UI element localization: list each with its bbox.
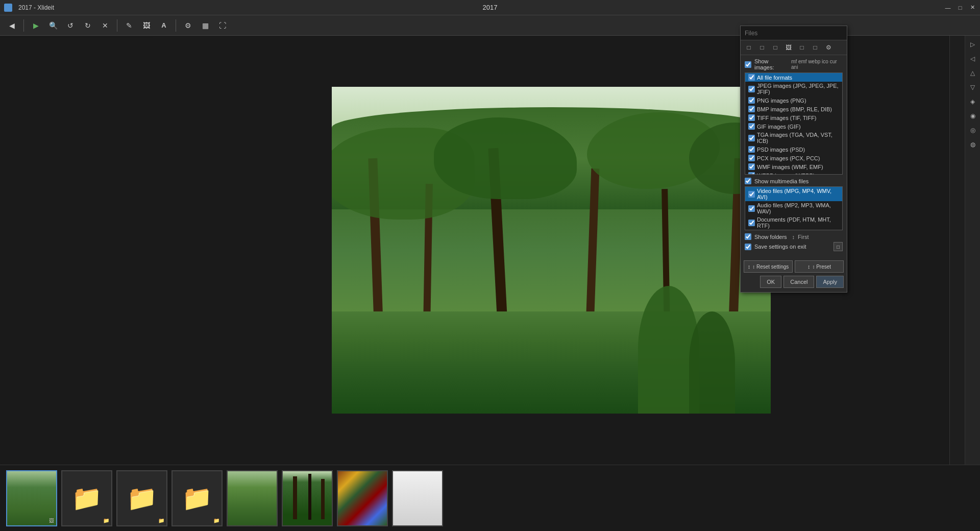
edit-button[interactable]: ✎ xyxy=(121,18,137,33)
nav-prev-button[interactable]: ◀ xyxy=(4,18,19,33)
show-folders-checkbox[interactable] xyxy=(745,233,751,240)
format-psd[interactable]: PSD images (PSD) xyxy=(745,145,842,154)
toolbar-separator-2 xyxy=(117,19,117,32)
files-tb-square5[interactable]: □ xyxy=(809,42,821,53)
show-multimedia-checkbox[interactable] xyxy=(745,178,751,184)
thumb-forest-2[interactable] xyxy=(227,470,278,526)
show-multimedia-row: Show multimedia files xyxy=(745,178,843,184)
save-settings-label: Save settings on exit xyxy=(754,244,806,250)
cancel-button[interactable]: Cancel xyxy=(783,276,814,288)
apply-button[interactable]: Apply xyxy=(816,276,844,288)
format-tga[interactable]: TGA images (TGA, VDA, VST, ICB) xyxy=(745,131,842,145)
side-btn-1[interactable]: ▷ xyxy=(966,38,979,51)
format-png[interactable]: PNG images (PNG) xyxy=(745,96,842,105)
search-button[interactable]: 🔍 xyxy=(45,18,61,33)
side-btn-4[interactable]: ▽ xyxy=(966,81,979,94)
reset-settings-button[interactable]: ↕ ↕ Reset settings xyxy=(744,260,793,273)
thumb-folder-1[interactable]: 📁 📁 xyxy=(61,470,112,526)
settings-button[interactable]: ⚙ xyxy=(180,18,195,33)
format-tiff[interactable]: TIFF images (TIF, TIFF) xyxy=(745,113,842,122)
format-all[interactable]: All file formats xyxy=(745,73,842,82)
rotate-left-button[interactable]: ↺ xyxy=(63,18,78,33)
format-gif-checkbox[interactable] xyxy=(748,123,755,130)
close-button[interactable]: ✕ xyxy=(967,2,978,13)
format-psd-checkbox[interactable] xyxy=(748,146,755,153)
format-webp[interactable]: WEBP images (WEBP) xyxy=(745,171,842,175)
side-btn-3[interactable]: △ xyxy=(966,66,979,80)
ok-button[interactable]: OK xyxy=(760,276,781,288)
multimedia-video[interactable]: Video files (MPG, MP4, WMV, AVI) xyxy=(745,187,842,201)
folder-badge-2: 📁 xyxy=(158,518,164,523)
show-folders-row: Show folders ↕ First xyxy=(745,233,843,240)
format-bmp[interactable]: BMP images (BMP, RLE, DIB) xyxy=(745,105,842,113)
multimedia-video-checkbox[interactable] xyxy=(748,191,755,198)
files-tb-square4[interactable]: □ xyxy=(796,42,808,53)
multimedia-docs[interactable]: Documents (PDF, HTM, MHT, RTF) xyxy=(745,215,842,230)
format-bmp-checkbox[interactable] xyxy=(748,106,755,112)
format-jpeg-checkbox[interactable] xyxy=(748,86,755,92)
format-webp-checkbox[interactable] xyxy=(748,172,755,175)
colorful-thumb-image xyxy=(338,471,387,525)
files-tb-square1[interactable]: □ xyxy=(743,42,755,53)
files-toolbar: □ □ □ 🖼 □ □ ⚙ xyxy=(741,40,847,55)
format-tiff-checkbox[interactable] xyxy=(748,114,755,121)
folder-icon-3: 📁 xyxy=(182,486,212,511)
multimedia-audio[interactable]: Audio files (MP2, MP3, WMA, WAV) xyxy=(745,201,842,215)
thumb-folder-3[interactable]: 📁 📁 xyxy=(172,470,223,526)
files-tb-square3[interactable]: □ xyxy=(769,42,781,53)
show-images-formats: mf emf webp ico cur ani xyxy=(791,59,843,70)
format-wmf-checkbox[interactable] xyxy=(748,163,755,170)
save-settings-checkbox[interactable] xyxy=(745,244,751,250)
thumb-folder-2[interactable]: 📁 📁 xyxy=(116,470,167,526)
thumb-colorful[interactable] xyxy=(337,470,388,526)
thumb-trees[interactable] xyxy=(282,470,333,526)
show-multimedia-label: Show multimedia files xyxy=(754,178,808,184)
panels-button[interactable]: ▦ xyxy=(198,18,213,33)
thumb-white[interactable] xyxy=(392,470,443,526)
maximize-button[interactable]: □ xyxy=(954,2,966,13)
preset-button[interactable]: ↕ ↕ Preset xyxy=(795,260,844,273)
thumb-badge-1: 🖼 xyxy=(49,518,54,523)
multimedia-audio-checkbox[interactable] xyxy=(748,205,755,212)
close-x-button[interactable]: ✕ xyxy=(97,18,113,33)
forest-scene xyxy=(332,87,771,414)
title-bar-left: 2017 - Xlideit xyxy=(0,4,54,12)
files-tb-image[interactable]: 🖼 xyxy=(782,42,795,53)
format-pcx[interactable]: PCX images (PCX, PCC) xyxy=(745,154,842,162)
format-png-checkbox[interactable] xyxy=(748,97,755,104)
format-all-checkbox[interactable] xyxy=(748,74,755,81)
side-btn-2[interactable]: ◁ xyxy=(966,52,979,65)
white-thumb-image xyxy=(393,471,442,525)
toolbar-separator-1 xyxy=(23,19,24,32)
text-button[interactable]: A xyxy=(156,18,172,33)
side-btn-8[interactable]: ◍ xyxy=(966,138,979,151)
rotate-right-button[interactable]: ↻ xyxy=(80,18,95,33)
show-images-checkbox[interactable] xyxy=(745,61,751,68)
format-jpeg[interactable]: JPEG images (JPG, JPEG, JPE, JFIF) xyxy=(745,82,842,96)
files-tb-gear[interactable]: ⚙ xyxy=(822,42,835,53)
format-wmf[interactable]: WMF images (WMF, EMF) xyxy=(745,162,842,171)
files-search-input[interactable] xyxy=(741,26,847,40)
minimize-button[interactable]: — xyxy=(942,2,953,13)
fullscreen-button[interactable]: ⛶ xyxy=(215,18,230,33)
far-right-panel: ▷ ◁ △ ▽ ◈ ◉ ◎ ◍ xyxy=(965,36,980,465)
side-btn-7[interactable]: ◎ xyxy=(966,124,979,137)
multimedia-list: Video files (MPG, MP4, WMV, AVI) Audio f… xyxy=(745,186,843,230)
side-btn-6[interactable]: ◉ xyxy=(966,109,979,123)
image-button[interactable]: 🖼 xyxy=(139,18,154,33)
files-tb-square2[interactable]: □ xyxy=(756,42,768,53)
show-images-row: Show images: mf emf webp ico cur ani xyxy=(745,58,843,70)
popup-bottom: ↕ ↕ Reset settings ↕ ↕ Preset OK Cancel … xyxy=(741,256,847,292)
filmstrip: 🖼 📁 📁 📁 📁 📁 📁 xyxy=(0,465,980,531)
format-pcx-checkbox[interactable] xyxy=(748,155,755,161)
files-options: Show images: mf emf webp ico cur ani All… xyxy=(741,55,847,256)
format-gif[interactable]: GIF images (GIF) xyxy=(745,122,842,131)
folder-badge-3: 📁 xyxy=(213,518,219,523)
save-settings-more-button[interactable]: □ xyxy=(834,242,843,251)
play-button[interactable]: ▶ xyxy=(28,18,43,33)
format-tga-checkbox[interactable] xyxy=(748,135,755,141)
side-btn-5[interactable]: ◈ xyxy=(966,95,979,108)
thumb-forest-active[interactable]: 🖼 xyxy=(6,470,57,526)
image-formats-list: All file formats JPEG images (JPG, JPEG,… xyxy=(745,73,843,175)
multimedia-docs-checkbox[interactable] xyxy=(748,220,755,226)
